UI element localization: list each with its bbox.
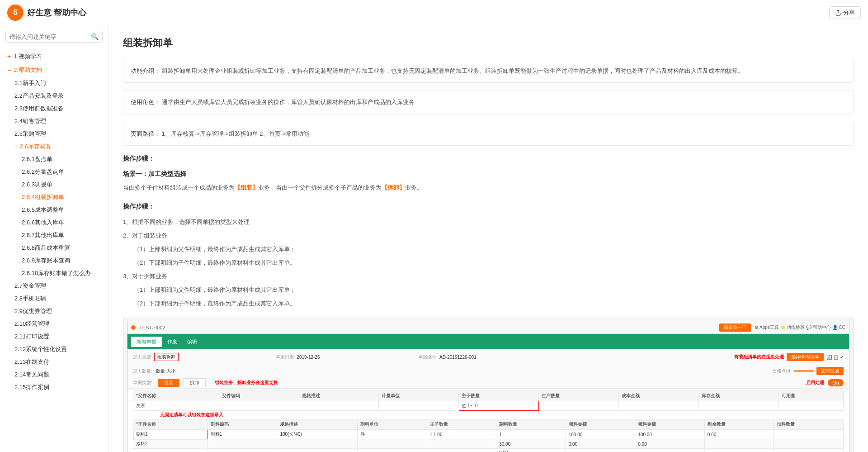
sidebar-item-docs[interactable]: − 2.帮助文档 (0, 63, 108, 77)
lower-annotation-row: 无固定清单可以组装在这里录入 (127, 411, 849, 419)
path-block: 页面路径： 1、库存核算->库存管理->组装拆卸单 2、首页->常用功能 (123, 122, 854, 146)
form-store-label: 仓储点用 (772, 368, 790, 374)
sub-unit-2 (358, 439, 427, 449)
sidebar-item-cost-adjust[interactable]: 2.6.5成本调整单 (0, 204, 108, 216)
sidebar-item-sales[interactable]: 2.4销售管理 (0, 115, 108, 128)
sidebar-item-coupon[interactable]: 2.9优惠券管理 (0, 305, 108, 318)
sidebar-item-dataprep[interactable]: 2.3使用前数据准备 (0, 102, 108, 115)
content-area: 组装拆卸单 功能介绍： 组装拆卸单用来处理企业组装或拆卸等加工业务，支持有固定装… (108, 25, 868, 452)
sidebar-item-ops[interactable]: 2.10经营管理 (0, 318, 108, 330)
sidebar-item-print[interactable]: 2.11打印设置 (0, 330, 108, 343)
sidebar-item-custom[interactable]: 2.12系统个性化设置 (0, 343, 108, 356)
col-h-sub-ratio: 主子数量 (427, 419, 496, 430)
role-block: 使用角色： 通常由生产人员或库管人员完成拆装业务的操作，库管人员确认原材料的出库… (123, 90, 854, 114)
form-date-value: 2019-12-26 (297, 355, 320, 360)
annotation-nofixed: 无固定清单可以组装在这里录入 (160, 412, 223, 418)
app-tab-new[interactable]: 新增单据 (131, 337, 162, 347)
sub-code-1: 副料1 (208, 430, 277, 439)
app-topbar-btn: 问题单一下 (719, 324, 751, 332)
sidebar-item-mobile[interactable]: 2.8手机旺辅 (0, 292, 108, 305)
app-tab-edit[interactable]: 编辑 (183, 337, 202, 347)
sidebar-item-inventory-label: 2.6库存核算 (20, 143, 52, 151)
annotation-enable: 启用处理 (806, 380, 824, 386)
step3-1: （1）上部明细为父件明细，最终作为原材料生成其它出库单； (123, 284, 854, 296)
inventory-minus-icon: − (14, 143, 18, 150)
toggle-on[interactable]: On (828, 379, 844, 386)
function-intro-block: 功能介绍： 组装拆卸单用来处理企业组装或拆卸等加工业务，支持有固定装配清单的产品… (123, 59, 854, 83)
sidebar-item-finance[interactable]: 2.7资金管理 (0, 280, 108, 292)
screenshot-inner: TEST-H002 问题单一下 ⚙ Apps工具 ⭐ 功能推荐 💬 帮助中心 👤… (123, 317, 853, 452)
function-intro-text: 组装拆卸单用来处理企业组装或拆卸等加工业务，支持有固定装配清单的产品加工业务，也… (162, 67, 744, 74)
sidebar-item-faq[interactable]: 2.14常见问题 (0, 368, 108, 381)
sub-cost2-2: 0.00 (635, 439, 705, 449)
search-input[interactable] (9, 33, 91, 40)
sub-cost1-1: 100.00 (566, 430, 635, 439)
page-title: 组装拆卸单 (123, 36, 854, 50)
upper-table-wrap: *父件名称 父件编码 规格描述 计量单位 主子数量 生产数量 成本金额 库存金额… (127, 389, 849, 411)
sidebar-item-other-in[interactable]: 2.6.6其他入库单 (0, 216, 108, 229)
sidebar-item-newcomer[interactable]: 2.1新手入门 (0, 77, 108, 90)
sidebar-item-cost-recalc[interactable]: 2.6.8商品成本重算 (0, 242, 108, 254)
col-h-sub-unit: 副料单位 (358, 419, 427, 430)
cell-p-prodqty (539, 401, 619, 411)
col-h-sub-cost2: 领料金额 (635, 419, 705, 430)
app-form-date: 单据日期: 2019-12-26 (276, 354, 416, 360)
sidebar: 🔍 + 1.视频学习 − 2.帮助文档 2.1新手入门 2.2产品安装及登录 2… (0, 25, 108, 452)
col-h-sub-spec: 规格描述 (277, 419, 358, 430)
cell-p-avail (778, 401, 843, 411)
app-nav-bar: 新增单据 作废 编辑 (127, 334, 849, 349)
assembly-btn[interactable]: 组装 (158, 379, 179, 387)
form-store-input[interactable] (794, 370, 813, 372)
sidebar-item-transfer[interactable]: 2.6.3调拨单 (0, 178, 108, 191)
sidebar-item-ledger-fix[interactable]: 2.6.10库存账本错了怎么办 (0, 267, 108, 280)
upper-table: *父件名称 父件编码 规格描述 计量单位 主子数量 生产数量 成本金额 库存金额… (133, 390, 844, 411)
expand-icon: + (7, 53, 11, 60)
app-form-type: 加工类型: 组装拆卸 (133, 353, 273, 361)
role-text: 通常由生产人员或库管人员完成拆装业务的操作，库管人员确认原材料的出库和产成品的入… (162, 99, 415, 105)
screenshot-container: TEST-H002 问题单一下 ⚙ Apps工具 ⭐ 功能推荐 💬 帮助中心 👤… (123, 317, 854, 452)
sidebar-item-case[interactable]: 2.15操作案例 (0, 381, 108, 394)
sub-cost2-1: 100.00 (635, 430, 705, 439)
sub-remain-1: 0.00 (704, 430, 774, 439)
app-topbar: TEST-H002 问题单一下 ⚙ Apps工具 ⭐ 功能推荐 💬 帮助中心 👤… (127, 321, 849, 334)
disassembly-btn[interactable]: 拆卸 (183, 378, 206, 387)
table-row: 0.00 (133, 449, 844, 452)
col-h-parent-name: *父件名称 (133, 391, 219, 401)
sidebar-item-inventory[interactable]: − 2.6库存核算 (0, 140, 108, 153)
sub-code-2 (208, 439, 277, 449)
col-h-sub-name: *子件名称 (133, 419, 208, 430)
sidebar-item-install[interactable]: 2.2产品安装及登录 (0, 90, 108, 102)
table-row: 副料1 副料1 100(长*40) 件 1:1.00 1 100.00 100.… (133, 430, 844, 439)
sidebar-item-portion[interactable]: 2.6.2分量盘点单 (0, 166, 108, 178)
sidebar-item-ledger-query[interactable]: 2.6.9库存账本查询 (0, 254, 108, 267)
steps-list: 1、根据不同的业务，选择不同单据的类型来处理 2、对于组装业务 （1）上部明细为… (123, 216, 854, 309)
cell-p-unit (379, 401, 459, 411)
search-icon[interactable]: 🔍 (91, 33, 99, 40)
sidebar-item-payment[interactable]: 2.13在线支付 (0, 356, 108, 368)
ops-title: 操作步骤： (123, 155, 854, 163)
app-type-row: 单据类型: 组装 拆卸 组装业务、拆卸业务在这里切换 启用处理 On (127, 377, 849, 389)
step3: 3、对于拆卸业务 (123, 271, 854, 282)
app-form-row2: 加工数量: 数量 大小 仓储点用 立即完成 (127, 365, 849, 377)
app-tab-delete[interactable]: 作废 (163, 337, 182, 347)
share-button[interactable]: 分享 (829, 6, 861, 19)
app-confirm-btn[interactable]: 选择BOM清单 (787, 353, 824, 361)
col-h-prod-qty: 生产数量 (539, 391, 619, 401)
main-layout: 🔍 + 1.视频学习 − 2.帮助文档 2.1新手入门 2.2产品安装及登录 2… (0, 25, 868, 452)
table-row: 关系 位 1~10 (133, 401, 844, 411)
col-h-spec: 规格描述 (299, 391, 379, 401)
path-text: 1、库存核算->库存管理->组装拆卸单 2、首页->常用功能 (162, 130, 310, 137)
nav-section: + 1.视频学习 − 2.帮助文档 2.1新手入门 2.2产品安装及登录 2.3… (0, 48, 108, 395)
sidebar-item-purchase[interactable]: 2.5采购管理 (0, 128, 108, 140)
sidebar-item-assembly[interactable]: 2.6.4组装拆卸单 (0, 191, 108, 204)
sidebar-item-video[interactable]: + 1.视频学习 (0, 50, 108, 63)
app-save-btn[interactable]: 立即完成 (816, 367, 844, 375)
sub-cost1-2: 0.00 (566, 439, 635, 449)
sub-ratio-2 (427, 439, 496, 449)
cell-p-cost (618, 401, 698, 411)
sidebar-item-stocktake[interactable]: 2.6.1盘点单 (0, 153, 108, 166)
share-label: 分享 (843, 9, 855, 17)
sub-remain-2 (704, 439, 774, 449)
sidebar-item-other-out[interactable]: 2.6.7其他出库单 (0, 229, 108, 242)
search-box[interactable]: 🔍 (5, 31, 103, 43)
